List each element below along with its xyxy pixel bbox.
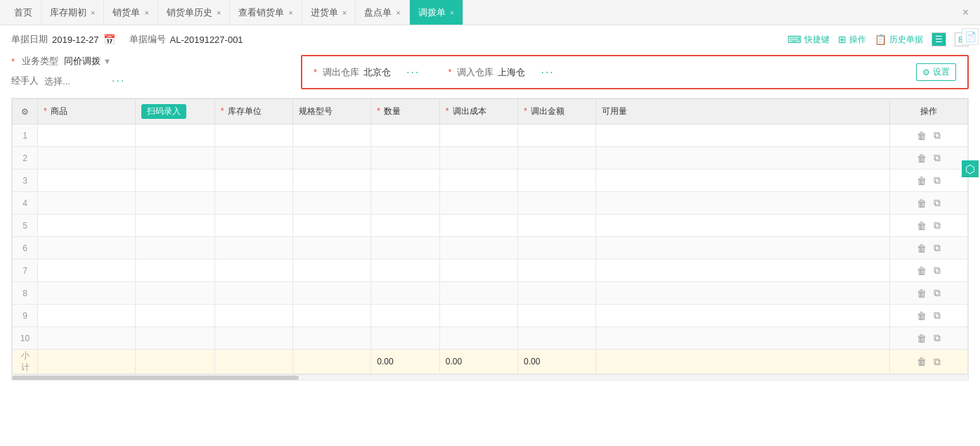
cell-amount-9[interactable] [518, 305, 596, 327]
settings-btn[interactable]: ⚙ 设置 [916, 63, 956, 81]
calendar-icon[interactable]: 📅 [103, 34, 115, 45]
copy-btn-1[interactable]: ⧉ [932, 128, 942, 143]
cell-spec-4[interactable] [293, 192, 371, 215]
cell-quantity-6[interactable] [371, 237, 439, 260]
cell-product-6[interactable] [38, 237, 136, 260]
operator-input[interactable] [44, 76, 101, 87]
tab-sales-order[interactable]: 销货单 × [104, 0, 157, 25]
cell-cost-10[interactable] [439, 327, 517, 350]
cell-unit-9[interactable] [214, 305, 292, 327]
copy-btn-11[interactable]: ⧉ [932, 355, 942, 369]
cell-amount-3[interactable] [518, 170, 596, 192]
cell-quantity-4[interactable] [371, 192, 439, 215]
delete-btn-11[interactable]: 🗑 [915, 355, 928, 369]
cell-quantity-5[interactable] [371, 215, 439, 237]
cell-spec-2[interactable] [293, 147, 371, 170]
delete-btn-8[interactable]: 🗑 [915, 286, 928, 300]
horizontal-scrollbar[interactable] [12, 374, 968, 380]
tab-sales-history[interactable]: 销货单历史 × [158, 0, 230, 25]
delete-btn-1[interactable]: 🗑 [915, 129, 928, 143]
cell-amount-5[interactable] [518, 215, 596, 237]
cell-cost-6[interactable] [439, 237, 517, 260]
cell-amount-10[interactable] [518, 327, 596, 350]
cell-cost-2[interactable] [439, 147, 517, 170]
copy-btn-3[interactable]: ⧉ [932, 173, 942, 188]
cell-product-5[interactable] [38, 215, 136, 237]
cell-quantity-3[interactable] [371, 170, 439, 192]
cell-amount-2[interactable] [518, 147, 596, 170]
cell-amount-4[interactable] [518, 192, 596, 215]
history-btn[interactable]: 📋 历史单据 [875, 34, 923, 46]
right-panel-doc-btn[interactable]: 📄 [962, 28, 979, 45]
cell-amount-1[interactable] [518, 125, 596, 147]
cell-spec-6[interactable] [293, 237, 371, 260]
cell-spec-10[interactable] [293, 327, 371, 350]
copy-btn-6[interactable]: ⧉ [932, 241, 942, 255]
right-panel-external-btn[interactable]: ⬡ [962, 160, 979, 177]
tab-close-inventory-init[interactable]: × [91, 8, 95, 17]
tab-inventory-check[interactable]: 盘点单 × [356, 0, 409, 25]
cell-product-10[interactable] [38, 327, 136, 350]
copy-btn-9[interactable]: ⧉ [932, 308, 942, 323]
cell-cost-9[interactable] [439, 305, 517, 327]
shortcuts-btn[interactable]: ⌨ 快捷键 [787, 34, 830, 46]
cell-amount-8[interactable] [518, 282, 596, 305]
tab-close-inventory-check[interactable]: × [396, 8, 400, 17]
copy-btn-4[interactable]: ⧉ [932, 196, 942, 210]
tab-close-purchase-order[interactable]: × [342, 8, 347, 17]
delete-btn-3[interactable]: 🗑 [915, 174, 928, 188]
cell-amount-6[interactable] [518, 237, 596, 260]
cell-quantity-11[interactable]: 0.00 [371, 350, 439, 374]
scan-btn[interactable]: 扫码录入 [141, 104, 186, 119]
copy-btn-5[interactable]: ⧉ [932, 218, 942, 233]
copy-btn-10[interactable]: ⧉ [932, 331, 942, 345]
tab-close-sales-history[interactable]: × [217, 8, 221, 17]
copy-btn-7[interactable]: ⧉ [932, 263, 942, 278]
delete-btn-7[interactable]: 🗑 [915, 264, 928, 278]
cell-unit-1[interactable] [214, 125, 292, 147]
cell-spec-8[interactable] [293, 282, 371, 305]
delete-btn-10[interactable]: 🗑 [915, 331, 928, 345]
tab-inventory-init[interactable]: 库存期初 × [41, 0, 104, 25]
copy-btn-8[interactable]: ⧉ [932, 286, 942, 300]
cell-spec-11[interactable] [293, 350, 371, 374]
cell-quantity-1[interactable] [371, 125, 439, 147]
tab-view-sales[interactable]: 查看销货单 × [230, 0, 302, 25]
cell-unit-10[interactable] [214, 327, 292, 350]
list-view-btn[interactable]: ☰ [931, 32, 946, 46]
cell-quantity-10[interactable] [371, 327, 439, 350]
tab-close-transfer-order[interactable]: × [450, 8, 454, 17]
delete-btn-6[interactable]: 🗑 [915, 241, 928, 255]
cell-product-2[interactable] [38, 147, 136, 170]
tab-purchase-order[interactable]: 进货单 × [302, 0, 356, 25]
cell-quantity-2[interactable] [371, 147, 439, 170]
tab-bar-close-btn[interactable]: × [957, 4, 974, 22]
operations-btn[interactable]: ⊞ 操作 [838, 34, 866, 46]
cell-unit-8[interactable] [214, 282, 292, 305]
tab-close-sales-order[interactable]: × [144, 8, 148, 17]
cell-product-7[interactable] [38, 260, 136, 282]
cell-product-11[interactable] [38, 350, 136, 374]
cell-unit-6[interactable] [214, 237, 292, 260]
cell-cost-3[interactable] [439, 170, 517, 192]
warehouse-in-more-btn[interactable]: ··· [541, 66, 554, 79]
cell-product-8[interactable] [38, 282, 136, 305]
cell-spec-7[interactable] [293, 260, 371, 282]
delete-btn-4[interactable]: 🗑 [915, 196, 928, 210]
cell-unit-5[interactable] [214, 215, 292, 237]
cell-cost-4[interactable] [439, 192, 517, 215]
cell-quantity-9[interactable] [371, 305, 439, 327]
business-type-select[interactable]: 同价调拨 ▼ [64, 55, 111, 68]
delete-btn-9[interactable]: 🗑 [915, 309, 928, 323]
delete-btn-2[interactable]: 🗑 [915, 151, 928, 165]
cell-cost-7[interactable] [439, 260, 517, 282]
cell-product-9[interactable] [38, 305, 136, 327]
cell-quantity-8[interactable] [371, 282, 439, 305]
cell-unit-2[interactable] [214, 147, 292, 170]
cell-spec-5[interactable] [293, 215, 371, 237]
cell-spec-9[interactable] [293, 305, 371, 327]
th-gear[interactable]: ⚙ [13, 99, 38, 125]
operator-more-btn[interactable]: ··· [112, 75, 125, 87]
tab-transfer-order[interactable]: 调拨单 × [410, 0, 463, 25]
cell-unit-4[interactable] [214, 192, 292, 215]
